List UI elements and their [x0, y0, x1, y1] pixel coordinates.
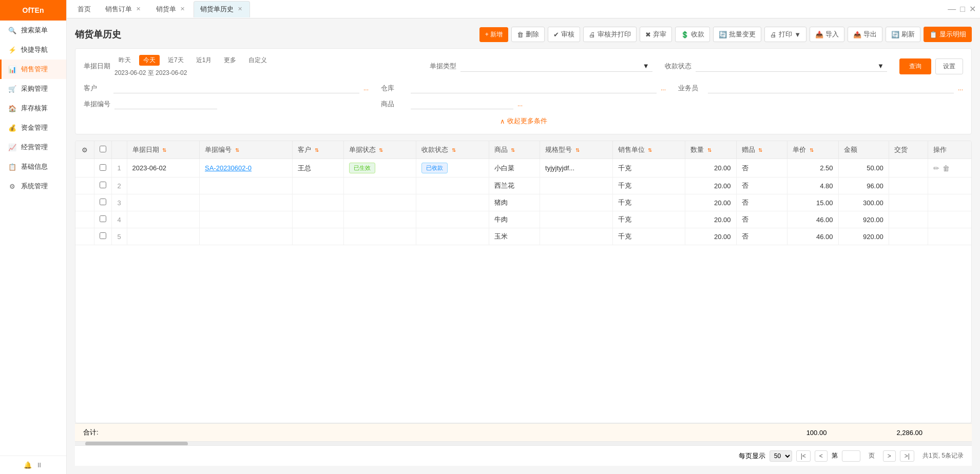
- cell-check[interactable]: [94, 194, 111, 211]
- sidebar-item-purchase-mgmt[interactable]: 🛒 采购管理: [0, 79, 66, 98]
- tab-sales-history-close[interactable]: ✕: [237, 5, 243, 13]
- edit-icon[interactable]: ✏: [933, 164, 939, 172]
- col-goods[interactable]: 商品 ⇅: [489, 141, 540, 159]
- add-button[interactable]: + 新增: [479, 27, 508, 42]
- date-option-1month[interactable]: 近1月: [192, 55, 216, 66]
- tab-sales-delivery[interactable]: 销货单 ✕: [149, 1, 193, 17]
- col-doc-no[interactable]: 单据编号 ⇅: [200, 141, 293, 159]
- sort-doc-no-icon: ⇅: [235, 147, 239, 153]
- sidebar-item-inventory[interactable]: 🏠 库存核算: [0, 98, 66, 118]
- col-rownum: [111, 141, 127, 159]
- col-gift[interactable]: 赠品 ⇅: [736, 141, 787, 159]
- sidebar-item-ops-mgmt[interactable]: 📈 经营管理: [0, 137, 66, 157]
- row-checkbox[interactable]: [100, 199, 106, 205]
- filter-row-1: 单据日期 昨天 今天 近7天 近1月 更多 自定义 2023-06-02 至 2…: [84, 55, 963, 77]
- date-option-yesterday[interactable]: 昨天: [114, 55, 135, 66]
- col-collect-status[interactable]: 收款状态 ⇅: [416, 141, 489, 159]
- row-checkbox[interactable]: [100, 164, 106, 171]
- tab-sales-delivery-label: 销货单: [156, 5, 176, 14]
- summary-label: 合计:: [83, 428, 99, 437]
- date-option-today[interactable]: 今天: [139, 55, 160, 66]
- first-page-button[interactable]: |<: [796, 450, 811, 462]
- filter-docno-input[interactable]: [114, 98, 217, 109]
- filter-salesperson-input[interactable]: [708, 83, 954, 93]
- cell-collect-status: [416, 211, 489, 228]
- export-button[interactable]: 📤 导出: [848, 27, 882, 42]
- cell-check[interactable]: [94, 211, 111, 228]
- batch-change-button[interactable]: 🔄 批量变更: [713, 27, 761, 42]
- window-minimize-icon[interactable]: —: [948, 5, 956, 14]
- cell-doc-no[interactable]: SA-20230602-0: [200, 159, 293, 177]
- customer-picker-button[interactable]: ...: [363, 85, 369, 92]
- print-button[interactable]: 🖨 打印 ▼: [764, 27, 806, 42]
- date-option-custom[interactable]: 自定义: [244, 55, 271, 66]
- col-qty[interactable]: 数量 ⇅: [685, 141, 737, 159]
- row-checkbox[interactable]: [100, 182, 106, 188]
- col-doc-date[interactable]: 单据日期 ⇅: [127, 141, 200, 159]
- select-all-checkbox[interactable]: [100, 146, 106, 152]
- col-unit[interactable]: 销售单位 ⇅: [612, 141, 685, 159]
- tab-sales-order[interactable]: 销售订单 ✕: [99, 1, 148, 17]
- date-option-more[interactable]: 更多: [220, 55, 240, 66]
- sidebar-item-sales-mgmt[interactable]: 📊 销售管理: [0, 60, 66, 79]
- window-maximize-icon[interactable]: □: [960, 5, 965, 14]
- sidebar-item-quick-nav[interactable]: ⚡ 快捷导航: [0, 40, 66, 60]
- col-customer[interactable]: 客户 ⇅: [293, 141, 344, 159]
- collect-button[interactable]: 💲 收款: [675, 27, 710, 42]
- salesperson-picker-button[interactable]: ...: [958, 85, 963, 92]
- discard-button[interactable]: ✖ 弃审: [640, 27, 672, 42]
- date-option-7days[interactable]: 近7天: [164, 55, 188, 66]
- cell-doc-no: [200, 228, 293, 245]
- col-gear[interactable]: ⚙: [75, 141, 94, 159]
- col-unit-price[interactable]: 单价 ⇅: [787, 141, 839, 159]
- sidebar-item-label: 搜索菜单: [21, 26, 48, 35]
- window-close-icon[interactable]: ✕: [969, 4, 976, 14]
- filter-warehouse-input[interactable]: [411, 83, 657, 93]
- last-page-button[interactable]: >|: [900, 450, 914, 462]
- col-spec[interactable]: 规格型号 ⇅: [540, 141, 613, 159]
- row-checkbox[interactable]: [100, 215, 106, 222]
- sidebar-item-search-menu[interactable]: 🔍 搜索菜单: [0, 21, 66, 40]
- warehouse-picker-button[interactable]: ...: [661, 85, 666, 92]
- import-button[interactable]: 📥 导入: [810, 27, 844, 42]
- col-check[interactable]: [94, 141, 111, 159]
- show-details-button[interactable]: 📋 显示明细: [924, 27, 972, 42]
- prev-page-button[interactable]: <: [815, 450, 828, 462]
- sidebar-item-sys-mgmt[interactable]: ⚙ 系统管理: [0, 176, 66, 196]
- col-doc-status[interactable]: 单据状态 ⇅: [343, 141, 416, 159]
- filter-collect-status-select[interactable]: ▼: [696, 61, 887, 72]
- table-row: 12023-06-02SA-20230602-0王总已生效已收款小白菜tyjyj…: [75, 159, 971, 177]
- cell-check[interactable]: [94, 159, 111, 177]
- sidebar-item-basic-info[interactable]: 📋 基础信息: [0, 157, 66, 176]
- cell-unit-price: 15.00: [787, 194, 839, 211]
- delete-icon[interactable]: 🗑: [943, 164, 950, 172]
- query-button[interactable]: 查询: [899, 58, 931, 74]
- page-number-input[interactable]: 1: [842, 450, 860, 462]
- next-page-button[interactable]: >: [883, 450, 896, 462]
- cell-check[interactable]: [94, 177, 111, 194]
- filter-customer-input[interactable]: [113, 83, 359, 93]
- filter-goods-input[interactable]: [411, 98, 513, 109]
- horizontal-scrollbar[interactable]: [75, 441, 972, 445]
- review-print-button[interactable]: 🖨 审核并打印: [583, 27, 637, 42]
- sidebar-bottom-icon1[interactable]: 🔔: [24, 461, 32, 469]
- per-page-select[interactable]: 50: [770, 450, 792, 462]
- sidebar-item-label: 库存核算: [21, 104, 48, 113]
- cell-customer: [293, 211, 344, 228]
- tab-sales-delivery-close[interactable]: ✕: [179, 5, 186, 13]
- collapse-filter-button[interactable]: ∧ 收起更多条件: [84, 114, 963, 128]
- tab-home[interactable]: 首页: [71, 1, 98, 17]
- sidebar-item-finance-mgmt[interactable]: 💰 资金管理: [0, 118, 66, 137]
- row-checkbox[interactable]: [100, 232, 106, 239]
- sidebar-bottom-icon2[interactable]: ⏸: [36, 461, 43, 469]
- tab-sales-order-close[interactable]: ✕: [135, 5, 142, 13]
- settings-button[interactable]: 设置: [935, 58, 963, 74]
- review-button[interactable]: ✔ 审核: [548, 27, 580, 42]
- goods-picker-button[interactable]: ...: [517, 101, 523, 108]
- cell-check[interactable]: [94, 228, 111, 245]
- filter-doc-type-select[interactable]: ▼: [460, 61, 652, 72]
- delete-button[interactable]: 🗑 删除: [511, 27, 545, 42]
- doc-no-link[interactable]: SA-20230602-0: [205, 164, 252, 172]
- tab-sales-history[interactable]: 销货单历史 ✕: [194, 1, 250, 17]
- refresh-button[interactable]: 🔄 刷新: [886, 27, 920, 42]
